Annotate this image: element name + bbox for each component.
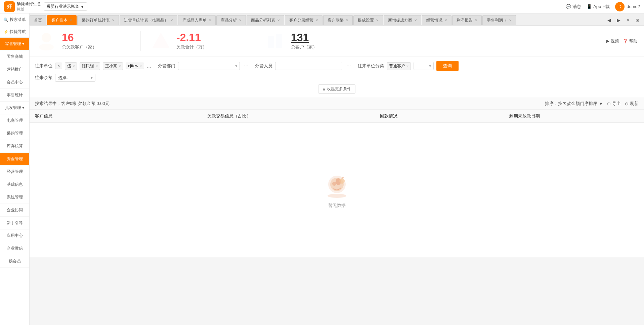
- sidebar-item-label: 零售统计: [7, 93, 23, 97]
- person-input[interactable]: [275, 62, 342, 70]
- sort-select[interactable]: 排序：按欠款金额倒序排序 ▼: [545, 101, 603, 107]
- app-download-btn[interactable]: 📱 App下载: [587, 4, 610, 10]
- tag-close-cjttcw[interactable]: ×: [139, 64, 141, 68]
- filter-more-dots[interactable]: ...: [147, 63, 151, 69]
- tab-home[interactable]: 首页: [30, 15, 46, 25]
- tab-cost-inbound[interactable]: 产成品入库单 ✕: [178, 15, 216, 25]
- collapse-button[interactable]: ∧ 收起更多条件: [318, 84, 355, 94]
- tab-close-purchase-order-stats[interactable]: ✕: [112, 19, 115, 22]
- page-content: 16 总欠款客户（家） -2.11 欠款合计（万）: [30, 26, 644, 325]
- tab-close-inbound-stats[interactable]: ✕: [170, 19, 173, 22]
- sidebar-item-retail-mall[interactable]: 零售商城: [0, 50, 29, 63]
- refresh-btn[interactable]: ⊙ 刷新: [625, 101, 639, 107]
- sidebar-item-wechat[interactable]: 企业微信: [0, 242, 29, 255]
- tab-close-profit-report[interactable]: ✕: [475, 19, 477, 22]
- sidebar-item-label: 新手引导: [7, 220, 23, 225]
- tag-close-wang[interactable]: ×: [119, 64, 121, 68]
- video-btn[interactable]: ▶ 视频: [606, 38, 619, 44]
- tab-nav-expand[interactable]: ⊡: [633, 15, 641, 25]
- sidebar-quick-nav[interactable]: ⚡ 快捷导航: [0, 26, 29, 38]
- sidebar-item-purchase[interactable]: 采购管理: [0, 127, 29, 140]
- sidebar-item-basic-info[interactable]: 基础信息: [0, 178, 29, 191]
- tab-customer-contact[interactable]: 客户联络 ✕: [323, 15, 353, 25]
- sidebar-item-inventory[interactable]: 库存核算: [0, 140, 29, 153]
- messages-btn[interactable]: 💬 消息: [566, 4, 581, 10]
- total-icon: [265, 31, 286, 51]
- tab-nav-close-all[interactable]: ✕: [624, 15, 632, 25]
- sidebar-search[interactable]: 🔍 搜索菜单: [0, 13, 29, 26]
- tab-close-operations-status[interactable]: ✕: [444, 19, 447, 22]
- sidebar-item-label: 企业协同: [7, 208, 23, 212]
- svg-marker-2: [153, 33, 169, 48]
- tag-close-wu[interactable]: ×: [73, 64, 75, 68]
- tab-nav-right[interactable]: ▶: [614, 15, 622, 25]
- tab-inbound-stats[interactable]: 进货单统计表（按商品） ✕: [120, 15, 177, 25]
- empty-icon: [324, 172, 350, 198]
- sidebar-item-label: 资金管理: [7, 156, 23, 161]
- person-more-dots[interactable]: ···: [346, 63, 351, 69]
- unit-class-select[interactable]: [414, 62, 434, 70]
- tab-retail-profit[interactable]: 零售利润（ ✕: [482, 15, 516, 25]
- tab-close-customer-accounts[interactable]: ✕: [70, 19, 72, 22]
- sidebar-item-retail-management[interactable]: 零售管理 ▾: [0, 38, 29, 50]
- tab-prompt-settings[interactable]: 提成设置 ✕: [353, 15, 383, 25]
- sidebar-item-member[interactable]: 会员中心: [0, 76, 29, 89]
- tab-close-retail-profit[interactable]: ✕: [509, 19, 512, 22]
- sidebar-item-system[interactable]: 系统管理: [0, 191, 29, 204]
- sidebar-item-enterprise[interactable]: 企业协同: [0, 204, 29, 217]
- tag-close-normal-customer[interactable]: ×: [406, 64, 409, 68]
- table-body: 暂无数据: [30, 123, 644, 257]
- tab-product-analysis[interactable]: 商品分析 ✕: [216, 15, 246, 25]
- search-icon: 🔍: [3, 17, 8, 22]
- tab-close-customer-segment[interactable]: ✕: [315, 19, 318, 22]
- sidebar-item-finance[interactable]: 资金管理: [0, 153, 29, 166]
- tab-nav-left[interactable]: ◀: [605, 15, 613, 25]
- tab-close-new-achievement[interactable]: ✕: [414, 19, 417, 22]
- balance-select[interactable]: 选择...: [55, 74, 95, 82]
- stats-bar: 16 总欠款客户（家） -2.11 欠款合计（万）: [30, 26, 644, 57]
- sidebar-item-wholesale[interactable]: 批发管理 ▾: [0, 102, 29, 114]
- sidebar-item-retail-stats[interactable]: 零售统计: [0, 89, 29, 102]
- svg-point-0: [42, 33, 51, 42]
- top-bar-right: 💬 消息 📱 App下载 D demo2: [566, 2, 640, 11]
- svg-point-1: [39, 44, 54, 50]
- empty-state: 暂无数据: [324, 151, 350, 229]
- tab-profit-report[interactable]: 利润报告 ✕: [452, 15, 482, 25]
- tab-operations-status[interactable]: 经营情况 ✕: [422, 15, 452, 25]
- debt-amount-value: -2.11: [176, 32, 207, 43]
- tab-purchase-order-stats[interactable]: 采购订单统计表 ✕: [77, 15, 119, 25]
- app-icon: 📱: [587, 4, 592, 9]
- logo-icon: 好: [4, 1, 15, 12]
- tab-close-cost-inbound[interactable]: ✕: [209, 19, 211, 22]
- results-bar: 搜索结果中，客户0家 欠款金额 0.00元 排序：按欠款金额倒序排序 ▼ ⊙ 导…: [30, 98, 644, 110]
- tab-customer-accounts[interactable]: 客户账本 ✕: [47, 15, 77, 25]
- tag-close-chen[interactable]: ×: [95, 64, 97, 68]
- company-select[interactable]: 母婴行业演示帐套 ▼: [44, 2, 87, 11]
- tab-product-analysis-list[interactable]: 商品分析列表 ✕: [247, 15, 284, 25]
- tab-close-product-analysis[interactable]: ✕: [239, 19, 242, 22]
- tab-new-achievement[interactable]: 新增提成方案 ✕: [384, 15, 421, 25]
- help-btn[interactable]: ❓ 帮助: [623, 38, 637, 44]
- debt-amount-label: 欠款合计（万）: [176, 44, 207, 50]
- sidebar-item-vip[interactable]: 畅会员: [0, 255, 29, 268]
- tab-close-customer-contact[interactable]: ✕: [346, 19, 348, 22]
- query-button[interactable]: 查询: [436, 61, 459, 71]
- tab-customer-segment[interactable]: 客户分层经营 ✕: [285, 15, 323, 25]
- sidebar-item-operations[interactable]: 经营管理: [0, 166, 29, 178]
- results-summary: 搜索结果中，客户0家 欠款金额 0.00元: [35, 101, 110, 107]
- sidebar-item-ecommerce[interactable]: 电商管理: [0, 114, 29, 127]
- sidebar-item-label: 零售管理 ▾: [5, 41, 24, 46]
- dept-more-dots[interactable]: ···: [244, 63, 248, 69]
- sidebar-item-apps[interactable]: 应用中心: [0, 229, 29, 242]
- sidebar-item-guide[interactable]: 新手引导: [0, 217, 29, 229]
- sidebar-item-marketing[interactable]: 营销推广: [0, 63, 29, 76]
- tab-close-product-analysis-list[interactable]: ✕: [277, 19, 280, 22]
- sort-label: 排序：按欠款金额倒序排序: [545, 101, 597, 107]
- tab-close-prompt-settings[interactable]: ✕: [376, 19, 379, 22]
- export-btn[interactable]: ⊙ 导出: [607, 101, 621, 107]
- user-area[interactable]: D demo2: [615, 2, 640, 11]
- export-icon: ⊙: [607, 101, 611, 106]
- filter-row-balance: 往来余额 选择...: [35, 74, 639, 82]
- svg-point-5: [328, 194, 346, 198]
- dept-input[interactable]: [178, 62, 240, 70]
